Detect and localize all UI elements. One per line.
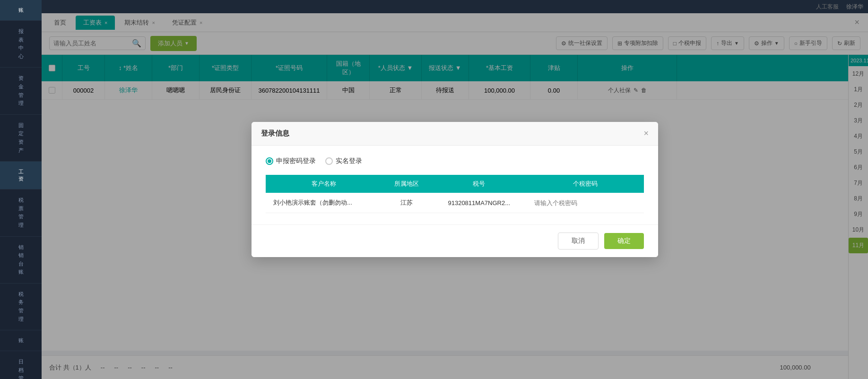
dialog-footer: 取消 确定 [252,224,658,257]
confirm-button[interactable]: 确定 [604,233,644,249]
radio-realname-indicator [325,157,333,165]
login-info-table: 客户名称 所属地区 税号 个税密码 刘小艳演示账套（勿删勿动... 江苏 913… [266,175,644,213]
login-info-dialog: 登录信息 × 申报密码登录 实名登录 客户名称 所属地区 [252,122,658,257]
th-tax-password: 个税密码 [527,175,644,193]
sidebar-item-assets[interactable]: 固定资产 [0,115,42,162]
sidebar-item-salary[interactable]: 工资 [0,162,42,190]
th-client-name: 客户名称 [266,175,382,193]
dialog-close-button[interactable]: × [643,129,649,138]
sidebar-item-report[interactable]: 报表中心 [0,21,42,68]
sidebar: 账 报表中心 资金管理 固定资产 工资 税票管理 销销台账 税务管理 账 日档管… [0,0,42,379]
radio-password-indicator [266,157,273,165]
tax-id-cell: 91320811MA7NGR2... [431,193,527,213]
sidebar-item-invoice[interactable]: 税票管理 [0,190,42,236]
dialog-header: 登录信息 × [252,122,658,146]
sidebar-item-ledger[interactable]: 销销台账 [0,237,42,284]
tax-password-cell[interactable] [527,193,644,213]
region-cell: 江苏 [382,193,431,213]
login-info-row: 刘小艳演示账套（勿删勿动... 江苏 91320811MA7NGR2... [266,193,644,213]
dialog-title: 登录信息 [261,129,289,138]
client-name-cell: 刘小艳演示账套（勿删勿动... [266,193,382,213]
sidebar-item-account[interactable]: 账 [0,0,42,21]
login-method-radio-group: 申报密码登录 实名登录 [266,157,644,165]
radio-realname-login[interactable]: 实名登录 [325,157,362,165]
radio-password-login[interactable]: 申报密码登录 [266,157,316,165]
tax-password-input[interactable] [534,199,636,207]
cancel-button[interactable]: 取消 [558,233,599,250]
dialog-overlay: 登录信息 × 申报密码登录 实名登录 客户名称 所属地区 [42,0,868,379]
th-tax-id: 税号 [431,175,527,193]
sidebar-item-books[interactable]: 账 [0,330,42,351]
sidebar-item-funds[interactable]: 资金管理 [0,68,42,114]
sidebar-item-tax[interactable]: 税务管理 [0,284,42,330]
sidebar-item-archive[interactable]: 日档管理 [0,351,42,379]
th-region: 所属地区 [382,175,431,193]
dialog-body: 申报密码登录 实名登录 客户名称 所属地区 税号 个税密码 [252,146,658,224]
